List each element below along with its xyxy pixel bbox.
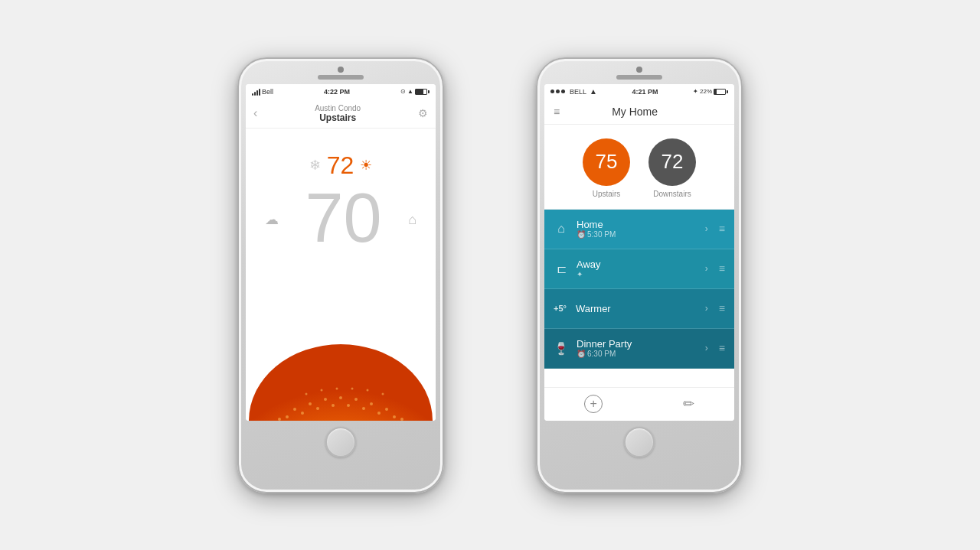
bottom-toolbar: + ✏ <box>544 387 734 421</box>
svg-point-5 <box>354 398 358 401</box>
wifi-icon-right: ▲ <box>590 87 597 96</box>
svg-point-19 <box>321 389 323 391</box>
room-label: Upstairs <box>315 112 361 123</box>
battery-right <box>714 89 728 95</box>
menu-item-warmer[interactable]: +5° Warmer › ≡ <box>544 289 734 329</box>
nav-bar-left: ‹ Austin Condo Upstairs ⚙ <box>246 99 436 129</box>
upstairs-temp-circle: 75 <box>583 138 630 186</box>
svg-point-15 <box>393 415 396 418</box>
home-button-right[interactable] <box>624 427 655 457</box>
svg-point-23 <box>382 392 384 395</box>
svg-point-8 <box>286 415 289 418</box>
warmer-drag-icon: ≡ <box>719 302 725 314</box>
cloud-icon[interactable]: ☁ <box>265 211 279 228</box>
snowflake-icon: ❄ <box>309 157 321 174</box>
away-sub-icon: ✦ <box>577 270 583 278</box>
home-button-left[interactable] <box>325 427 356 457</box>
downstairs-temp-circle: 72 <box>648 138 696 186</box>
warmer-item-label: Warmer <box>576 303 697 314</box>
bluetooth-icon: ✦ <box>693 88 698 95</box>
carrier-right: BELL <box>570 88 586 96</box>
wifi-icon: ▲ <box>407 88 413 95</box>
dot3 <box>561 89 565 93</box>
speaker-right <box>616 75 662 80</box>
status-icons-left: ⊙ ▲ <box>400 88 430 95</box>
temp-circles: 75 Upstairs 72 Downstairs <box>544 125 734 210</box>
menu-item-dinner[interactable]: 🍷 Dinner Party ⏰ 6:30 PM › ≡ <box>544 329 734 369</box>
downstairs-temp: 72 <box>662 150 684 174</box>
location-icon: ⊙ <box>400 88 406 95</box>
away-chevron: › <box>705 263 708 274</box>
phone-right: BELL ▲ 4:21 PM ✦ 22% ≡ My Home 7 <box>536 57 743 493</box>
dinner-drag-icon: ≡ <box>719 342 725 354</box>
mode-icons-row: ☁ 70 ⌂ <box>265 187 416 252</box>
nav-title-left: Austin Condo Upstairs <box>315 104 361 123</box>
svg-point-2 <box>309 402 312 405</box>
svg-point-1 <box>293 408 296 411</box>
home-chevron: › <box>705 223 708 234</box>
away-item-label: Away <box>577 259 697 270</box>
svg-point-6 <box>370 402 373 405</box>
camera-right <box>636 67 642 73</box>
screen-right: BELL ▲ 4:21 PM ✦ 22% ≡ My Home 7 <box>544 84 734 421</box>
warmer-item-text: Warmer <box>576 303 697 314</box>
current-temp-value: 70 <box>305 184 382 252</box>
away-item-icon: ⊏ <box>554 262 569 276</box>
clock-icon-dinner: ⏰ <box>577 350 586 358</box>
home-drag-icon: ≡ <box>719 223 725 235</box>
downstairs-circle-wrap[interactable]: 72 Downstairs <box>648 138 696 198</box>
svg-point-11 <box>332 404 335 407</box>
warmer-badge: +5° <box>554 304 567 313</box>
battery-percent: 22% <box>700 88 712 95</box>
away-drag-icon: ≡ <box>719 262 725 275</box>
home-item-text: Home ⏰ 5:30 PM <box>577 219 697 239</box>
set-temp-value: 72 <box>327 151 354 180</box>
dinner-item-sub: ⏰ 6:30 PM <box>577 350 697 358</box>
svg-point-12 <box>347 404 350 407</box>
add-button[interactable]: + <box>584 395 603 413</box>
dinner-item-label: Dinner Party <box>577 338 697 350</box>
away-item-sub: ✦ <box>577 270 697 278</box>
sun-icon: ☀ <box>360 157 372 174</box>
svg-point-20 <box>336 387 338 389</box>
upstairs-temp: 75 <box>596 150 618 174</box>
clock-icon-home: ⏰ <box>577 230 586 239</box>
dot2 <box>556 89 560 93</box>
thermostat-screen: ❄ 72 ☀ ☁ 70 ⌂ <box>246 129 436 421</box>
downstairs-label: Downstairs <box>653 190 691 198</box>
svg-point-18 <box>305 392 308 395</box>
svg-point-0 <box>249 344 433 421</box>
menu-item-away[interactable]: ⊏ Away ✦ › ≡ <box>544 249 734 289</box>
home-mode-icon[interactable]: ⌂ <box>408 212 416 228</box>
nav-bar-right: ≡ My Home <box>544 99 734 125</box>
svg-point-13 <box>362 407 365 410</box>
svg-point-22 <box>367 389 369 391</box>
phone-left: Bell 4:22 PM ⊙ ▲ ‹ Austin Condo Upstairs… <box>237 57 444 493</box>
svg-point-3 <box>324 398 327 401</box>
svg-point-16 <box>278 418 281 421</box>
camera-left <box>338 67 344 73</box>
svg-point-7 <box>385 408 388 411</box>
menu-button[interactable]: ≡ <box>554 106 560 118</box>
screen-left: Bell 4:22 PM ⊙ ▲ ‹ Austin Condo Upstairs… <box>246 84 436 421</box>
home-item-sub: ⏰ 5:30 PM <box>577 230 697 239</box>
svg-point-21 <box>351 387 354 389</box>
upstairs-circle-wrap[interactable]: 75 Upstairs <box>583 138 630 198</box>
status-bar-left: Bell 4:22 PM ⊙ ▲ <box>246 84 436 99</box>
dinner-item-icon: 🍷 <box>554 341 569 356</box>
home-title: My Home <box>612 106 658 118</box>
edit-button[interactable]: ✏ <box>683 395 694 412</box>
heat-dome <box>249 298 433 421</box>
location-label: Austin Condo <box>315 104 361 112</box>
home-item-label: Home <box>577 219 697 230</box>
upstairs-label: Upstairs <box>593 190 621 198</box>
svg-point-14 <box>377 412 381 415</box>
away-item-text: Away ✦ <box>577 259 697 278</box>
menu-item-home[interactable]: ⌂ Home ⏰ 5:30 PM › ≡ <box>544 210 734 249</box>
dinner-chevron: › <box>705 343 708 353</box>
signal-icon <box>252 88 260 96</box>
back-button[interactable]: ‹ <box>253 106 257 120</box>
settings-button[interactable]: ⚙ <box>418 107 428 119</box>
home-item-icon: ⌂ <box>554 222 569 236</box>
time-label-left: 4:22 PM <box>324 88 350 96</box>
